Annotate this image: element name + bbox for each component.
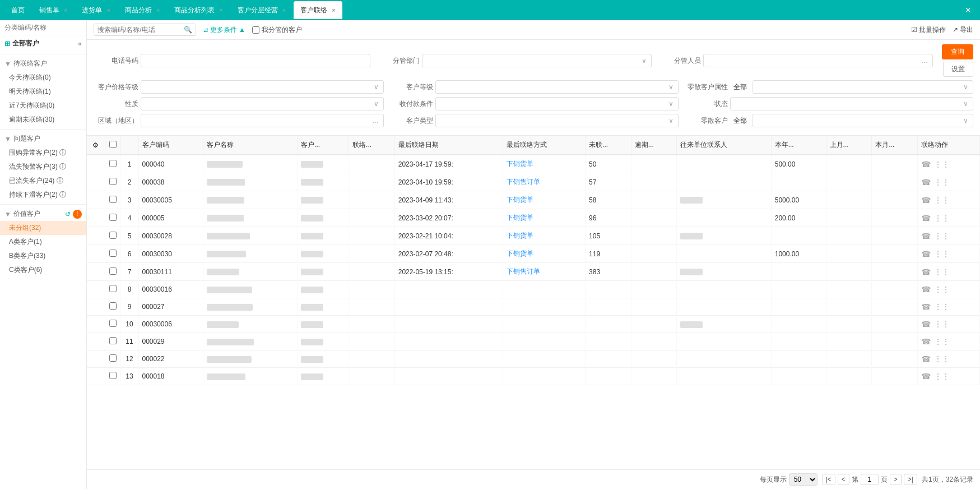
row-select-checkbox[interactable] bbox=[109, 250, 117, 257]
contact-method-link[interactable]: 下销售订单 bbox=[507, 178, 540, 186]
tab-sales[interactable]: 销售单 × bbox=[32, 1, 74, 19]
search-button[interactable]: 查询 bbox=[942, 44, 973, 59]
sidebar-item-group-a[interactable]: A类客户(1) bbox=[0, 235, 86, 249]
contact-more-icon[interactable]: ⋮⋮ bbox=[934, 372, 950, 381]
refresh-icon[interactable]: ↺ bbox=[65, 210, 71, 218]
sidebar-item-group-c[interactable]: C类客户(6) bbox=[0, 263, 86, 277]
my-customers-check[interactable] bbox=[252, 26, 259, 34]
sidebar-group-problem-customers[interactable]: ▼ 问题客户 bbox=[0, 132, 86, 146]
contact-phone-icon[interactable]: ☎ bbox=[921, 372, 931, 381]
contact-phone-icon[interactable]: ☎ bbox=[921, 178, 931, 187]
my-customers-checkbox[interactable]: 我分管的客户 bbox=[252, 25, 302, 35]
sidebar-collapse-icon[interactable]: « bbox=[78, 40, 82, 48]
filter-price-level-select[interactable]: ∨ bbox=[141, 80, 384, 94]
row-select-checkbox[interactable] bbox=[109, 267, 117, 275]
row-select-checkbox[interactable] bbox=[109, 285, 117, 292]
contact-more-icon[interactable]: ⋮⋮ bbox=[934, 285, 950, 294]
row-select-checkbox[interactable] bbox=[109, 320, 117, 327]
prev-page-button[interactable]: < bbox=[838, 474, 849, 485]
contact-phone-icon[interactable]: ☎ bbox=[921, 214, 931, 223]
row-select-checkbox[interactable] bbox=[109, 160, 117, 167]
sidebar-group-value-customers[interactable]: ▼ 价值客户 ↺ ! bbox=[0, 207, 86, 221]
tab-customer-segment-close[interactable]: × bbox=[282, 7, 286, 13]
filter-retail-attr-select[interactable]: ∨ bbox=[753, 80, 973, 94]
contact-more-icon[interactable]: ⋮⋮ bbox=[934, 160, 950, 169]
filter-customer-type-select[interactable]: ∨ bbox=[435, 114, 679, 127]
export-button[interactable]: ↗ 导出 bbox=[953, 25, 973, 35]
col-settings[interactable]: ⚙ bbox=[87, 136, 105, 155]
tab-sales-close[interactable]: × bbox=[64, 7, 67, 13]
row-select-checkbox[interactable] bbox=[109, 337, 117, 344]
tab-purchase[interactable]: 进货单 × bbox=[75, 1, 117, 19]
contact-method-link[interactable]: 下销货单 bbox=[507, 214, 533, 222]
contact-phone-icon[interactable]: ☎ bbox=[921, 196, 931, 205]
window-close-button[interactable]: × bbox=[960, 4, 976, 16]
contact-phone-icon[interactable]: ☎ bbox=[921, 285, 931, 294]
contact-phone-icon[interactable]: ☎ bbox=[921, 354, 931, 363]
page-number-input[interactable] bbox=[861, 474, 879, 485]
filter-gender-select[interactable]: ∨ bbox=[141, 97, 384, 110]
filter-region-select[interactable]: … bbox=[141, 114, 384, 127]
contact-phone-icon[interactable]: ☎ bbox=[921, 250, 931, 259]
row-select-checkbox[interactable] bbox=[109, 354, 117, 362]
more-conditions-btn[interactable]: ⊿ 更多条件 ▲ bbox=[203, 25, 245, 35]
sidebar-item-silent[interactable]: 持续下滑客户(2) ⓘ bbox=[0, 188, 86, 202]
next-page-button[interactable]: > bbox=[890, 474, 902, 485]
contact-phone-icon[interactable]: ☎ bbox=[921, 267, 931, 276]
contact-method-link[interactable]: 下销货单 bbox=[507, 160, 533, 168]
tab-product-analysis-list[interactable]: 商品分析列表 × bbox=[168, 1, 229, 19]
tab-product-analysis[interactable]: 商品分析 × bbox=[118, 1, 166, 19]
contact-more-icon[interactable]: ⋮⋮ bbox=[934, 178, 950, 187]
contact-method-link[interactable]: 下销货单 bbox=[507, 250, 533, 257]
contact-more-icon[interactable]: ⋮⋮ bbox=[934, 232, 950, 241]
row-select-checkbox[interactable] bbox=[109, 178, 117, 185]
first-page-button[interactable]: |< bbox=[822, 474, 835, 485]
contact-more-icon[interactable]: ⋮⋮ bbox=[934, 267, 950, 276]
main-search-icon[interactable]: 🔍 bbox=[184, 26, 192, 34]
contact-more-icon[interactable]: ⋮⋮ bbox=[934, 337, 950, 346]
contact-method-link[interactable]: 下销货单 bbox=[507, 196, 533, 204]
contact-phone-icon[interactable]: ☎ bbox=[921, 302, 931, 311]
filter-customer-level-select[interactable]: ∨ bbox=[435, 80, 679, 94]
bulk-ops-button[interactable]: ☑ 批量操作 bbox=[911, 25, 946, 35]
sidebar-item-7days[interactable]: 近7天待联络(0) bbox=[0, 99, 86, 113]
filter-payment-select[interactable]: ∨ bbox=[435, 97, 679, 110]
sidebar-item-lost[interactable]: 已流失客户(24) ⓘ bbox=[0, 174, 86, 188]
per-page-select[interactable]: 50 100 200 bbox=[789, 473, 818, 486]
row-select-checkbox[interactable] bbox=[109, 302, 117, 310]
tab-customer-contact-close[interactable]: × bbox=[332, 7, 335, 13]
reset-button[interactable]: 设置 bbox=[943, 62, 973, 77]
contact-phone-icon[interactable]: ☎ bbox=[921, 160, 931, 169]
last-page-button[interactable]: >| bbox=[904, 474, 917, 485]
sidebar-search-input[interactable] bbox=[4, 24, 87, 31]
filter-phone-input[interactable] bbox=[141, 54, 370, 67]
sidebar-item-today[interactable]: 今天待联络(0) bbox=[0, 71, 86, 85]
contact-phone-icon[interactable]: ☎ bbox=[921, 232, 931, 241]
sidebar-item-group-b[interactable]: B类客户(33) bbox=[0, 249, 86, 263]
all-customers-header[interactable]: ⊞ 全部客户 « bbox=[0, 35, 86, 52]
row-select-checkbox[interactable] bbox=[109, 232, 117, 239]
filter-status-select[interactable]: ∨ bbox=[730, 97, 973, 110]
contact-more-icon[interactable]: ⋮⋮ bbox=[934, 354, 950, 363]
filter-retail-customer-select[interactable]: ∨ bbox=[753, 114, 973, 127]
filter-staff-select[interactable]: … bbox=[703, 54, 933, 67]
row-select-checkbox[interactable] bbox=[109, 214, 117, 221]
tab-product-analysis-close[interactable]: × bbox=[156, 7, 160, 13]
row-select-checkbox[interactable] bbox=[109, 372, 117, 379]
contact-method-link[interactable]: 下销售订单 bbox=[507, 267, 540, 275]
contact-more-icon[interactable]: ⋮⋮ bbox=[934, 214, 950, 223]
sidebar-item-overdue[interactable]: 逾期未联络(30) bbox=[0, 113, 86, 127]
sidebar-item-abnormal[interactable]: 囤购异常客户(2) ⓘ bbox=[0, 146, 86, 160]
tab-customer-contact[interactable]: 客户联络 × bbox=[294, 1, 342, 19]
contact-more-icon[interactable]: ⋮⋮ bbox=[934, 302, 950, 311]
tab-customer-segment[interactable]: 客户分层经营 × bbox=[231, 1, 292, 19]
select-all-checkbox[interactable] bbox=[109, 141, 117, 148]
sidebar-item-churn-risk[interactable]: 流失预警客户(3) ⓘ bbox=[0, 160, 86, 174]
contact-more-icon[interactable]: ⋮⋮ bbox=[934, 196, 950, 205]
sidebar-item-ungraded[interactable]: 未分组(32) bbox=[0, 221, 86, 235]
tab-purchase-close[interactable]: × bbox=[106, 7, 110, 13]
row-select-checkbox[interactable] bbox=[109, 196, 117, 203]
tab-product-analysis-list-close[interactable]: × bbox=[219, 7, 222, 13]
contact-more-icon[interactable]: ⋮⋮ bbox=[934, 320, 950, 329]
filter-dept-select[interactable]: ∨ bbox=[422, 54, 652, 67]
